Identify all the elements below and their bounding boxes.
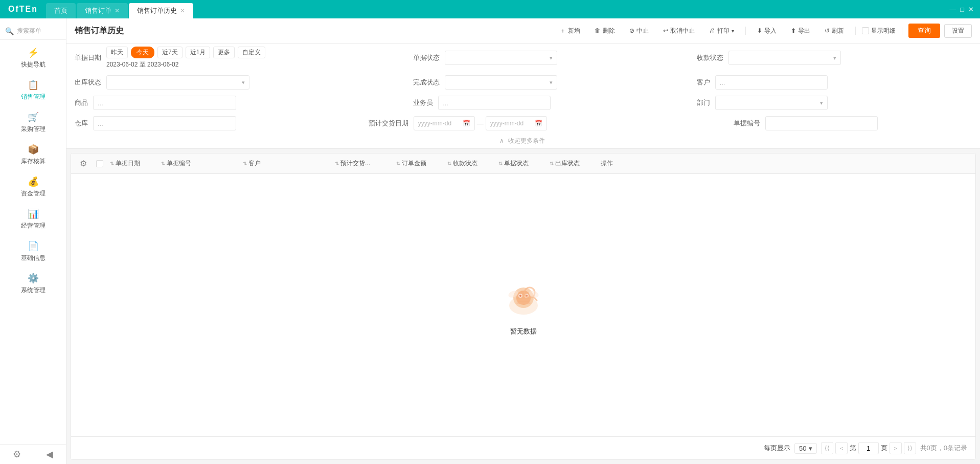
sidebar-bottom: ⚙ ◀ (0, 444, 66, 464)
refresh-icon: ↺ (825, 27, 830, 34)
calendar-end-icon[interactable]: 📅 (535, 120, 542, 127)
delete-button[interactable]: 🗑 删除 (589, 25, 620, 37)
sidebar-item-inventory[interactable]: 📦 库存核算 (0, 139, 66, 171)
warehouse-input[interactable]: ... (93, 116, 236, 130)
complete-status-select[interactable]: ▾ (445, 75, 557, 90)
sidebar-item-quick-nav[interactable]: ⚡ 快捷导航 (0, 42, 66, 74)
new-button[interactable]: ＋ 新增 (555, 25, 585, 37)
collapse-bar[interactable]: ∧ 收起更多条件 (66, 134, 980, 149)
th-payment[interactable]: ⇅ 收款状态 (445, 159, 496, 168)
date-custom-btn[interactable]: 自定义 (238, 47, 265, 58)
th-order-no[interactable]: ⇅ 单据编号 (159, 159, 241, 168)
goods-input[interactable]: ... (93, 96, 236, 110)
maximize-btn[interactable]: □ (960, 6, 964, 13)
operations-icon: 📊 (28, 208, 39, 219)
filter-payment-status-cell: 收款状态 ▾ (697, 51, 972, 65)
th-date[interactable]: ⇅ 单据日期 (108, 159, 159, 168)
page-prev-btn[interactable]: ＜ (835, 442, 848, 454)
warehouse-status-label: 出库状态 (75, 78, 104, 87)
sidebar-item-sales-mgmt[interactable]: 📋 销售管理 (0, 74, 66, 106)
sidebar-item-purchase-mgmt[interactable]: 🛒 采购管理 (0, 106, 66, 139)
goods-label: 商品 (75, 98, 91, 107)
page-number-input[interactable] (858, 442, 879, 454)
print-button[interactable]: 🖨 打印 ▾ (704, 25, 739, 37)
finance-icon: 💰 (28, 176, 39, 187)
date-filter-label: 单据日期 (75, 53, 104, 62)
sidebar-item-sales-mgmt-label: 销售管理 (21, 93, 45, 101)
calendar-start-icon[interactable]: 📅 (463, 120, 470, 127)
th-amount[interactable]: ⇅ 订单金额 (394, 159, 445, 168)
settings-button[interactable]: 设置 (944, 24, 972, 38)
tab-sales-order-history-close[interactable]: ✕ (180, 7, 185, 14)
table-area: ⚙ ⇅ 单据日期 ⇅ 单据编号 ⇅ 客户 ⇅ 预计交货. (71, 153, 976, 460)
warehouse-status-select[interactable]: ▾ (106, 75, 249, 90)
tab-sales-order-history-label: 销售订单历史 (137, 6, 177, 15)
th-customer[interactable]: ⇅ 客户 (241, 159, 333, 168)
toolbar-divider-1 (745, 27, 746, 35)
th-order-no-label: 单据编号 (167, 159, 191, 168)
tab-home[interactable]: 首页 (46, 3, 76, 18)
date-yesterday-btn[interactable]: 昨天 (106, 47, 128, 58)
column-settings-btn[interactable]: ⚙ (75, 159, 92, 168)
payment-status-select[interactable]: ▾ (728, 51, 841, 65)
customer-input[interactable]: ... (715, 75, 828, 90)
select-all-checkbox[interactable] (92, 160, 108, 167)
sidebar-item-sys-mgmt[interactable]: ⚙️ 系统管理 (0, 268, 66, 300)
th-status-label: 单据状态 (504, 159, 529, 168)
goods-placeholder: ... (98, 99, 103, 107)
cancel-stop-button[interactable]: ↩ 取消中止 (658, 25, 700, 37)
delivery-start-input[interactable]: yyyy-mm-dd 📅 (414, 116, 475, 130)
delivery-end-input[interactable]: yyyy-mm-dd 📅 (486, 116, 547, 130)
salesperson-input[interactable]: ... (438, 96, 551, 110)
filter-salesperson-cell: 业务员 ... (413, 96, 688, 110)
sidebar-item-operations[interactable]: 📊 经营管理 (0, 203, 66, 235)
page-title: 销售订单历史 (75, 26, 124, 36)
stop-button[interactable]: ⊘ 中止 (624, 25, 654, 37)
date-more-btn[interactable]: 更多 (213, 47, 235, 58)
stop-icon: ⊘ (629, 27, 634, 34)
sidebar-collapse-icon[interactable]: ◀ (46, 449, 53, 460)
filter-row-3: 商品 ... 业务员 ... 部门 ▾ (66, 93, 980, 113)
th-payment-label: 收款状态 (453, 159, 477, 168)
sort-icon-8: ⇅ (550, 161, 554, 166)
show-detail-checkbox[interactable] (862, 27, 869, 34)
export-button[interactable]: ⬆ 导出 (786, 25, 815, 37)
tab-sales-order-close[interactable]: ✕ (115, 7, 120, 14)
select-all-box[interactable] (96, 160, 103, 167)
order-status-select[interactable]: ▾ (445, 51, 557, 65)
th-warehouse-label: 出库状态 (555, 159, 580, 168)
table-header: ⚙ ⇅ 单据日期 ⇅ 单据编号 ⇅ 客户 ⇅ 预计交货. (71, 153, 975, 174)
page-next-btn[interactable]: ＞ (890, 442, 902, 454)
close-btn[interactable]: ✕ (968, 6, 974, 13)
refresh-button[interactable]: ↺ 刷新 (819, 25, 849, 37)
date-today-btn[interactable]: 今天 (131, 47, 154, 58)
show-detail-toggle[interactable]: 显示明细 (862, 27, 896, 35)
sidebar-settings-icon[interactable]: ⚙ (13, 449, 21, 460)
sidebar-item-basic-info[interactable]: 📄 基础信息 (0, 235, 66, 268)
sidebar-search[interactable]: 🔍 搜索菜单 (0, 23, 66, 40)
th-status[interactable]: ⇅ 单据状态 (496, 159, 548, 168)
filter-department-cell: 部门 ▾ (697, 96, 972, 110)
tab-sales-order-history[interactable]: 销售订单历史 ✕ (129, 3, 193, 18)
page-first-btn[interactable]: ⟨⟨ (821, 442, 833, 454)
query-button[interactable]: 查询 (908, 24, 940, 38)
th-warehouse[interactable]: ⇅ 出库状态 (548, 159, 599, 168)
order-no-input[interactable] (765, 116, 878, 130)
th-amount-label: 订单金额 (402, 159, 426, 168)
sidebar-item-finance[interactable]: 💰 资金管理 (0, 171, 66, 203)
date-1month-btn[interactable]: 近1月 (186, 47, 211, 58)
sidebar: 🔍 搜索菜单 ⚡ 快捷导航 📋 销售管理 🛒 采购管理 📦 库存核算 💰 资金管… (0, 18, 66, 464)
page-last-btn[interactable]: ⟩⟩ (904, 442, 916, 454)
salesperson-placeholder: ... (443, 99, 448, 107)
th-delivery[interactable]: ⇅ 预计交货... (333, 159, 394, 168)
customer-label: 客户 (697, 78, 713, 87)
sidebar-item-finance-label: 资金管理 (21, 189, 45, 198)
minimize-btn[interactable]: — (949, 6, 956, 13)
import-button[interactable]: ⬇ 导入 (752, 25, 782, 37)
date-7days-btn[interactable]: 近7天 (157, 47, 183, 58)
print-label: 打印 (717, 27, 730, 35)
th-customer-label: 客户 (248, 159, 261, 168)
department-select[interactable]: ▾ (715, 96, 828, 110)
page-size-select[interactable]: 50 ▾ (794, 443, 816, 454)
tab-sales-order[interactable]: 销售订单 ✕ (77, 3, 128, 18)
